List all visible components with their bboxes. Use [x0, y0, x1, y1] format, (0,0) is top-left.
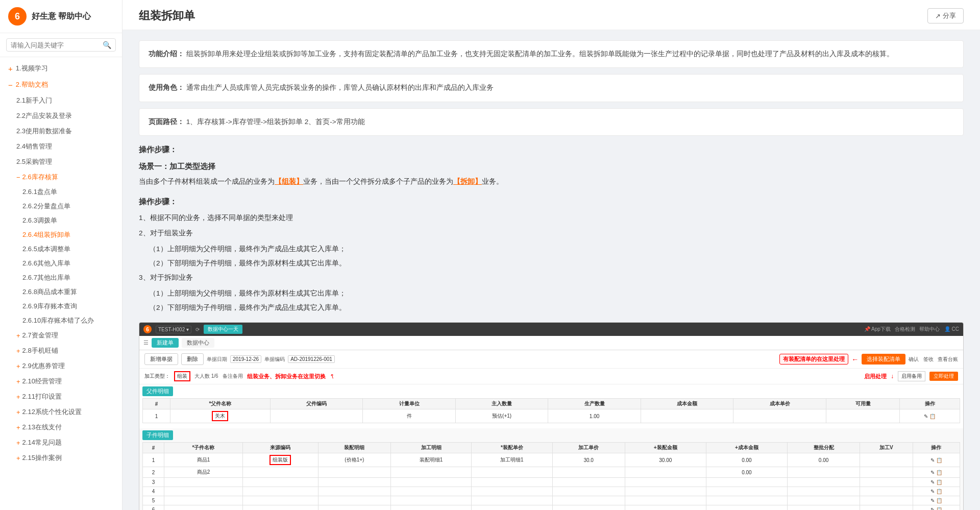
role-label: 使用角色：	[149, 84, 184, 91]
role-text: 通常由生产人员或库管人员完成拆装业务的操作，库管人员确认原材料的出库和产成品的入…	[186, 84, 494, 91]
sidebar-item-label: 2.帮助文档	[16, 80, 48, 89]
logo-icon: 6	[8, 7, 27, 26]
ss-btn-delete[interactable]: 删除	[181, 353, 204, 365]
sidebar-item-help[interactable]: − 2.帮助文档	[0, 77, 122, 93]
sidebar-item-2-2[interactable]: 2.2产品安装及登录	[0, 108, 122, 124]
sidebar-item-2-10[interactable]: + 2.10经营管理	[0, 374, 122, 389]
ss-btn-assembly[interactable]: 选择装配清单	[862, 354, 905, 365]
ss-date-field[interactable]: 2019-12-26	[230, 355, 261, 363]
ss-child-row-4: 4✎ 📋	[143, 487, 960, 496]
sidebar-item-2-6-4[interactable]: 2.6.4组装拆卸单	[0, 228, 122, 242]
ss-child-row-5: 5✎ 📋	[143, 496, 960, 505]
sidebar-item-2-6-9[interactable]: 2.6.9库存账本查询	[0, 299, 122, 313]
share-button[interactable]: ↗ 分享	[927, 8, 964, 23]
logo-area: 6 好生意 帮助中心	[0, 0, 122, 33]
path-label: 页面路径：	[149, 118, 184, 126]
sidebar-item-2-11[interactable]: + 2.11打印设置	[0, 389, 122, 404]
step-2: 2、对于组装业务	[139, 227, 964, 239]
ss-header-bar: 6 TEST-H002 ▾ ⟳ 数据中心一天 📌 App下载 合格检测 帮助中心…	[139, 323, 963, 336]
sidebar-item-2-5[interactable]: 2.5采购管理	[0, 154, 122, 169]
step-1: 1、根据不同的业务，选择不同单据的类型来处理	[139, 212, 964, 224]
search-input[interactable]	[11, 41, 103, 49]
sidebar-item-2-6[interactable]: − 2.6库存核算	[0, 169, 122, 185]
ss-parent-section-label: 父件明细	[142, 386, 173, 396]
sidebar-item-2-9[interactable]: + 2.9优惠券管理	[0, 358, 122, 374]
share-icon: ↗	[935, 12, 941, 20]
sidebar-item-label: 1.视频学习	[16, 64, 48, 73]
ss-submit-btn[interactable]: 立即处理	[929, 372, 958, 381]
function-intro-label: 功能介绍：	[149, 50, 184, 58]
annotation-2: 组装业务、拆卸业务在这里切换	[247, 373, 326, 380]
search-area: 🔍	[0, 33, 122, 57]
sidebar-item-video[interactable]: + 1.视频学习	[0, 60, 122, 77]
arrow-icon-3: ↓	[891, 373, 894, 380]
ss-tab-data: 数据中心	[182, 338, 214, 348]
ss-btn-new[interactable]: 新增单据	[144, 353, 178, 365]
ss-child-row-6: 6✎ 📋	[143, 505, 960, 510]
ss-code-field[interactable]: AD-20191226-001	[288, 355, 335, 363]
ss-type-value: 组装	[174, 371, 190, 381]
ss-new-btn: 数据中心一天	[204, 325, 242, 334]
scenario1-desc: 当由多个子件材料组装成一个成品的业务为【组装】业务，当由一个父件拆分成多个子产品…	[139, 176, 964, 188]
sidebar-item-2-6-8[interactable]: 2.6.8商品成本重算	[0, 285, 122, 299]
minus-icon: −	[8, 81, 13, 89]
ss-account-dropdown: TEST-H002 ▾	[156, 326, 191, 333]
ss-top-icons: 📌 App下载 合格检测 帮助中心 👤 CC	[864, 326, 959, 333]
role-block: 使用角色： 通常由生产人员或库管人员完成拆装业务的操作，库管人员确认原材料的出库…	[139, 74, 964, 102]
ops-steps2-title: 操作步骤：	[139, 197, 964, 207]
scenario1-title: 场景一：加工类型选择	[139, 162, 964, 172]
nav-list: + 1.视频学习 − 2.帮助文档 2.1新手入门 2.2产品安装及登录 2.3…	[0, 57, 122, 510]
sidebar-item-2-14[interactable]: + 2.14常见问题	[0, 435, 122, 450]
sidebar-item-2-3[interactable]: 2.3使用前数据准备	[0, 124, 122, 139]
sidebar-item-2-6-6[interactable]: 2.6.6其他入库单	[0, 256, 122, 271]
arrow-icon-1: ←	[851, 355, 859, 363]
sidebar-item-2-8[interactable]: + 2.8手机旺铺	[0, 343, 122, 358]
sidebar-item-2-15[interactable]: + 2.15操作案例	[0, 450, 122, 466]
page-title: 组装拆卸单	[139, 8, 195, 23]
step-3-sub1: （1）上部明细为父件明细，最终作为原材料生成其它出库单；	[149, 287, 964, 300]
sidebar-item-2-7[interactable]: + 2.7资金管理	[0, 328, 122, 343]
main-content: 组装拆卸单 ↗ 分享 功能介绍： 组装拆卸单用来处理企业组装或拆卸等加工业务，支…	[122, 0, 980, 510]
arrow-icon-2: ↖	[328, 372, 336, 381]
ss-child-table: # *子件名称 来源编码 装配明细 加工明细 *装配单价 加工单价 +装配金额 …	[142, 442, 960, 510]
sidebar-item-2-6-10[interactable]: 2.6.10库存账本错了么办	[0, 313, 122, 328]
ss-child-row-1: 1 商品1 组装版 (价格1+) 装配明细1 加工明细1 30.0 30.00 …	[143, 453, 960, 467]
annotation-1: 有装配清单的在这里处理	[779, 354, 848, 365]
ss-child-section-label: 子件明细	[142, 430, 173, 440]
ss-enable-field: 启用备用	[898, 371, 925, 381]
ss-logo: 6	[143, 325, 152, 333]
sidebar-item-2-6-2[interactable]: 2.6.2分量盘点单	[0, 199, 122, 213]
step-3: 3、对于拆卸业务	[139, 272, 964, 284]
ss-type-row: 加工类型： 组装 大人数 1/6 备注备用 组装业务、拆卸业务在这里切换 ↖ 启…	[139, 369, 963, 384]
path-block: 页面路径： 1、库存核算->库存管理->组装拆卸单 2、首页->常用功能	[139, 108, 964, 136]
app-title: 好生意 帮助中心	[32, 11, 91, 22]
ss-parent-table-area: 父件明细 # *父件名称 父件编码 计量单位 主入数量 生产数量 成本金额 成本…	[139, 384, 963, 428]
sidebar-item-2-12[interactable]: + 2.12系统个性化设置	[0, 404, 122, 420]
sidebar-item-2-6-7[interactable]: 2.6.7其他出库单	[0, 271, 122, 285]
sidebar-item-2-1[interactable]: 2.1新手入门	[0, 93, 122, 108]
ss-toolbar-row: 新增单据 删除 单据日期 2019-12-26 单据编码 AD-20191226…	[139, 350, 963, 369]
ss-side-icons: ☰	[143, 339, 149, 346]
sidebar-item-2-4[interactable]: 2.4销售管理	[0, 139, 122, 154]
step-2-sub1: （1）上部明细为父件明细，最终作为产成品生成其它入库单；	[149, 243, 964, 255]
minus-icon-2-6: −	[16, 174, 20, 181]
content-body: 功能介绍： 组装拆卸单用来处理企业组装或拆卸等加工业务，支持有固定装配清单的产品…	[122, 30, 980, 510]
ss-child-table-area: 子件明细 # *子件名称 来源编码 装配明细 加工明细 *装配单价 加工单价 +…	[139, 428, 963, 510]
sidebar-item-2-13[interactable]: + 2.13在线支付	[0, 420, 122, 435]
step-3-sub2: （2）下部明细为子件明细，最终作为产成品生成其它入库单。	[149, 302, 964, 314]
ops-steps-title: 操作步骤：	[139, 145, 964, 155]
ss-parent-table: # *父件名称 父件编码 计量单位 主入数量 生产数量 成本金额 成本单价 可用…	[142, 398, 960, 423]
content-header: 组装拆卸单 ↗ 分享	[122, 0, 980, 30]
ss-sub-nav: ☰ 新建单 数据中心	[139, 336, 963, 350]
search-box[interactable]: 🔍	[6, 38, 116, 52]
path-text: 1、库存核算->库存管理->组装拆卸单 2、首页->常用功能	[186, 118, 365, 126]
sidebar: 6 好生意 帮助中心 🔍 + 1.视频学习 − 2.帮助文档 2.1新手入门 2…	[0, 0, 122, 510]
function-intro-block: 功能介绍： 组装拆卸单用来处理企业组装或拆卸等加工业务，支持有固定装配清单的产品…	[139, 40, 964, 68]
ss-tab-new: 新建单	[152, 338, 179, 348]
ss-other-fields: 备注备用	[223, 373, 243, 380]
sidebar-item-2-6-5[interactable]: 2.6.5成本调整单	[0, 242, 122, 256]
sidebar-item-2-6-3[interactable]: 2.6.3调拨单	[0, 213, 122, 228]
search-icon[interactable]: 🔍	[103, 41, 111, 49]
sidebar-item-2-6-1[interactable]: 2.6.1盘点单	[0, 185, 122, 199]
plus-icon: +	[8, 64, 13, 73]
